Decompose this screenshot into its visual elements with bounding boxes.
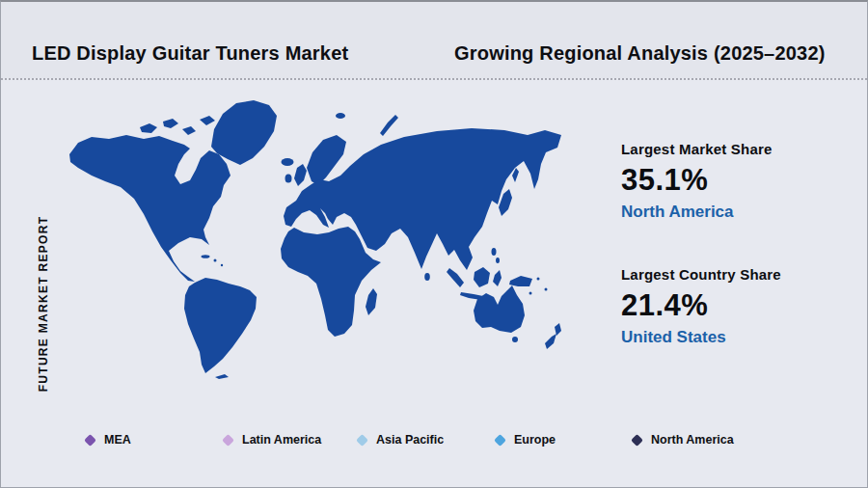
stat-largest-country-share: Largest Country Share 21.4% United State… bbox=[621, 266, 862, 347]
greenland-iceland bbox=[211, 100, 294, 166]
page-title: LED Display Guitar Tuners Market bbox=[32, 42, 348, 65]
legend-item-latin-america: Latin America bbox=[224, 433, 321, 447]
stat-label: Largest Market Share bbox=[621, 141, 862, 157]
legend-item-europe: Europe bbox=[496, 433, 556, 447]
stat-region: North America bbox=[621, 203, 862, 222]
legend: MEA Latin America Asia Pacific Europe No… bbox=[1, 433, 867, 456]
stat-region: United States bbox=[621, 328, 862, 347]
mea-dot-icon bbox=[84, 434, 96, 447]
continent-australia bbox=[474, 285, 561, 349]
dotted-divider bbox=[1, 78, 867, 80]
page-subtitle: Growing Regional Analysis (2025–2032) bbox=[454, 42, 826, 65]
legend-item-north-america: North America bbox=[633, 433, 734, 447]
legend-item-mea: MEA bbox=[86, 433, 131, 447]
legend-item-asia-pacific: Asia Pacific bbox=[358, 433, 444, 447]
legend-label: MEA bbox=[104, 433, 131, 447]
north-america-dot-icon bbox=[631, 434, 643, 447]
world-map-svg bbox=[59, 91, 599, 409]
stat-value: 21.4% bbox=[621, 288, 862, 323]
continent-south-america bbox=[184, 278, 257, 379]
brand-watermark: FUTURE MARKET REPORT bbox=[37, 216, 50, 393]
legend-label: Asia Pacific bbox=[376, 433, 444, 447]
legend-label: North America bbox=[651, 433, 734, 447]
latin-america-dot-icon bbox=[222, 434, 234, 447]
infographic-canvas: LED Display Guitar Tuners Market Growing… bbox=[0, 0, 868, 488]
legend-label: Europe bbox=[514, 433, 556, 447]
continent-north-america bbox=[69, 116, 231, 282]
asia-pacific-dot-icon bbox=[356, 434, 368, 447]
stat-label: Largest Country Share bbox=[621, 266, 862, 283]
stats-panel: Largest Market Share 35.1% North America… bbox=[621, 141, 862, 347]
legend-label: Latin America bbox=[242, 433, 321, 447]
header-band bbox=[1, 2, 867, 78]
stat-value: 35.1% bbox=[621, 163, 862, 198]
europe-dot-icon bbox=[494, 434, 506, 447]
stat-largest-market-share: Largest Market Share 35.1% North America bbox=[621, 141, 862, 222]
world-map bbox=[59, 91, 599, 409]
